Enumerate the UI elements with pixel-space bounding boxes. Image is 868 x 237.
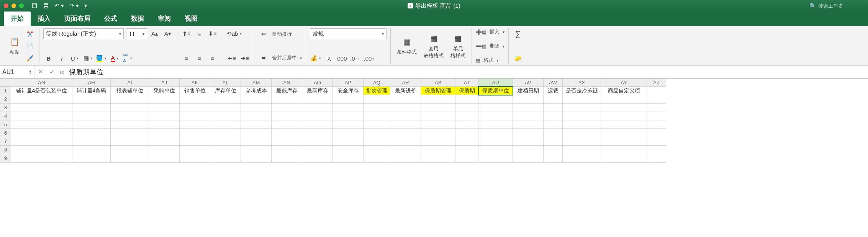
cell-AL3[interactable] <box>210 104 241 112</box>
cell-AZ5[interactable] <box>647 120 666 129</box>
cell-AJ5[interactable] <box>149 120 180 129</box>
cell-AU5[interactable] <box>478 120 513 129</box>
row-header-5[interactable]: 5 <box>0 120 11 129</box>
cell-AT4[interactable] <box>455 112 478 120</box>
cell-AU8[interactable] <box>478 146 513 154</box>
row-header-7[interactable]: 7 <box>0 137 11 146</box>
cell-AY3[interactable] <box>601 104 647 112</box>
cell-AL2[interactable] <box>210 95 241 104</box>
cell-AK5[interactable] <box>180 120 210 129</box>
cell-AR3[interactable] <box>390 104 421 112</box>
cell-AG6[interactable] <box>11 129 72 137</box>
cell-AG5[interactable] <box>11 120 72 129</box>
column-header-AW[interactable]: AW <box>544 79 563 87</box>
cell-AQ1[interactable]: 批次管理 <box>364 87 390 95</box>
copy-button[interactable]: 📄 <box>25 41 35 51</box>
align-bottom-button[interactable]: ⬇≡ <box>207 28 218 39</box>
cell-AI8[interactable] <box>111 146 149 154</box>
column-header-AJ[interactable]: AJ <box>149 79 180 87</box>
cell-AQ6[interactable] <box>364 129 390 137</box>
cancel-formula-button[interactable]: ✕ <box>34 68 46 76</box>
column-header-AK[interactable]: AK <box>180 79 210 87</box>
merge-cells-icon[interactable]: ⬌ <box>258 53 269 63</box>
cell-AQ2[interactable] <box>364 95 390 104</box>
column-header-AT[interactable]: AT <box>455 79 478 87</box>
cell-AU6[interactable] <box>478 129 513 137</box>
cell-AI3[interactable] <box>111 104 149 112</box>
undo-button[interactable]: ↶ ▾ <box>54 2 64 9</box>
cell-AZ2[interactable] <box>647 95 666 104</box>
cell-AY4[interactable] <box>601 112 647 120</box>
cell-AR6[interactable] <box>390 129 421 137</box>
cell-AK4[interactable] <box>180 112 210 120</box>
cell-AI1[interactable]: 报表辅单位 <box>111 87 149 95</box>
cell-AI6[interactable] <box>111 129 149 137</box>
tab-开始[interactable]: 开始 <box>4 12 31 26</box>
cell-AL8[interactable] <box>210 146 241 154</box>
cell-AK7[interactable] <box>180 137 210 146</box>
cell-AO8[interactable] <box>302 146 333 154</box>
cell-AV6[interactable] <box>513 129 544 137</box>
increase-indent-button[interactable]: ⇥≡ <box>239 53 250 64</box>
cell-AX6[interactable] <box>563 129 601 137</box>
column-header-AV[interactable]: AV <box>513 79 544 87</box>
column-header-AU[interactable]: AU <box>478 79 513 87</box>
cell-AQ8[interactable] <box>364 146 390 154</box>
cell-AX4[interactable] <box>563 112 601 120</box>
cell-AL9[interactable] <box>210 154 241 163</box>
increase-font-button[interactable]: A▴ <box>149 28 160 39</box>
cell-AZ8[interactable] <box>647 146 666 154</box>
tab-视图[interactable]: 视图 <box>178 12 205 26</box>
cell-AT5[interactable] <box>455 120 478 129</box>
column-header-AI[interactable]: AI <box>111 79 149 87</box>
cell-AH2[interactable] <box>72 95 111 104</box>
cell-AU3[interactable] <box>478 104 513 112</box>
cell-AM4[interactable] <box>241 112 272 120</box>
cell-AI5[interactable] <box>111 120 149 129</box>
cell-AJ4[interactable] <box>149 112 180 120</box>
column-header-AY[interactable]: AY <box>601 79 647 87</box>
percent-button[interactable]: % <box>324 53 334 64</box>
cell-AM9[interactable] <box>241 154 272 163</box>
cell-AY5[interactable] <box>601 120 647 129</box>
cell-AZ3[interactable] <box>647 104 666 112</box>
cell-AM8[interactable] <box>241 146 272 154</box>
cell-AW2[interactable] <box>544 95 563 104</box>
underline-button[interactable]: U <box>69 53 80 64</box>
fx-icon[interactable]: fx <box>57 69 67 75</box>
cell-AV1[interactable]: 建档日期 <box>513 87 544 95</box>
increase-decimal-button[interactable]: .0→ <box>350 53 361 64</box>
cell-AX7[interactable] <box>563 137 601 146</box>
cell-AO7[interactable] <box>302 137 333 146</box>
column-header-AP[interactable]: AP <box>333 79 364 87</box>
cell-AO9[interactable] <box>302 154 333 163</box>
column-header-AN[interactable]: AN <box>272 79 302 87</box>
cell-AS7[interactable] <box>421 137 455 146</box>
cell-AP5[interactable] <box>333 120 364 129</box>
column-header-AG[interactable]: AG <box>11 79 72 87</box>
cell-AS3[interactable] <box>421 104 455 112</box>
cell-AQ4[interactable] <box>364 112 390 120</box>
conditional-formatting-button[interactable]: ▦ 条件格式 <box>395 36 419 56</box>
cell-AQ9[interactable] <box>364 154 390 163</box>
delete-cells-button[interactable]: ➖▦删除▾ <box>476 43 504 49</box>
column-header-AH[interactable]: AH <box>72 79 111 87</box>
cell-AV4[interactable] <box>513 112 544 120</box>
cell-AY2[interactable] <box>601 95 647 104</box>
tab-插入[interactable]: 插入 <box>31 12 57 26</box>
name-box[interactable]: AU1 ▲▼ <box>0 66 34 78</box>
minimize-window[interactable] <box>11 3 16 8</box>
cell-AY8[interactable] <box>601 146 647 154</box>
cell-AN8[interactable] <box>272 146 302 154</box>
cell-AJ6[interactable] <box>149 129 180 137</box>
search-input[interactable] <box>818 3 864 9</box>
cell-AT2[interactable] <box>455 95 478 104</box>
column-header-AS[interactable]: AS <box>421 79 455 87</box>
align-top-button[interactable]: ⬆≡ <box>181 28 192 39</box>
cell-AH8[interactable] <box>72 146 111 154</box>
cell-AH6[interactable] <box>72 129 111 137</box>
cell-AR5[interactable] <box>390 120 421 129</box>
cell-AJ8[interactable] <box>149 146 180 154</box>
cell-AL1[interactable]: 库存单位 <box>210 87 241 95</box>
column-header-AR[interactable]: AR <box>390 79 421 87</box>
